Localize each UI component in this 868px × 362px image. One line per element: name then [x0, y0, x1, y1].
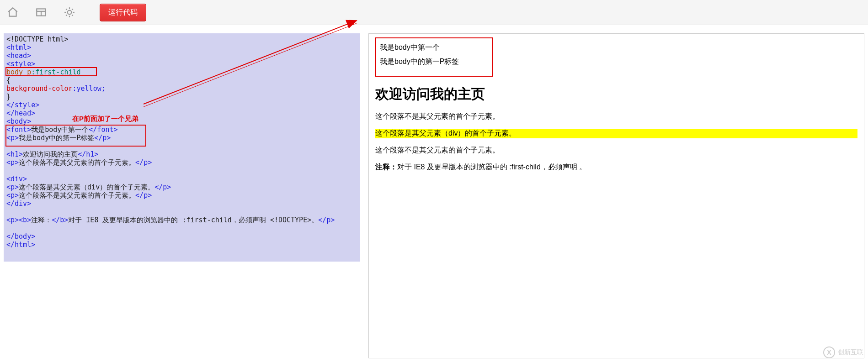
preview-pane: 我是body中第一个 我是body中的第一P标签 欢迎访问我的主页 这个段落不是…: [368, 33, 864, 358]
code-tag: </p>: [318, 216, 335, 224]
output-para-1: 这个段落不是其父元素的首个子元素。: [375, 112, 857, 121]
output-para-highlighted: 这个段落是其父元素（div）的首个子元素。: [375, 129, 857, 138]
output-note-label: 注释：: [375, 163, 397, 171]
code-pseudo: :first-child: [31, 68, 80, 76]
code-tag: <p>: [6, 134, 19, 142]
code-text: 这个段落是其父元素（div）的首个子元素。: [19, 183, 154, 191]
code-tag: <p>: [6, 191, 19, 199]
code-text: 注释：: [31, 216, 52, 224]
code-line: </html>: [6, 241, 35, 249]
code-tag: <p>: [6, 158, 19, 167]
code-text: 这个段落不是其父元素的首个子元素。: [19, 158, 135, 167]
watermark: X 创新互联: [823, 346, 863, 358]
code-text: 欢迎访问我的主页: [23, 150, 78, 158]
split-panes: <!DOCTYPE html> <html> <head> <style> bo…: [0, 25, 868, 362]
code-text: 这个段落不是其父元素的首个子元素。: [19, 191, 135, 199]
brightness-icon[interactable]: [62, 5, 77, 20]
code-line: </style>: [6, 101, 39, 109]
code-line: </head>: [6, 109, 35, 117]
code-tag: </b>: [52, 216, 68, 224]
home-icon[interactable]: [5, 5, 20, 20]
code-line: <!DOCTYPE html>: [6, 35, 68, 43]
code-tag: </p>: [94, 134, 111, 142]
code-val: :yellow;: [73, 84, 106, 93]
code-line: </div>: [6, 199, 31, 208]
code-line: {: [6, 76, 11, 84]
code-text: 我是body中第一个: [31, 126, 89, 134]
code-tag: <p>: [6, 183, 19, 191]
watermark-text: 创新互联: [838, 348, 863, 357]
code-text: 我是body中的第一P标签: [19, 134, 94, 142]
output-font-line: 我是body中第一个: [380, 43, 489, 52]
code-line: <html>: [6, 43, 31, 52]
toolbar: 运行代码: [0, 0, 868, 25]
code-pane: <!DOCTYPE html> <html> <head> <style> bo…: [4, 33, 360, 358]
code-line: }: [6, 93, 11, 101]
code-tag: </p>: [135, 158, 152, 167]
code-tag: </h1>: [78, 150, 98, 158]
annotation-box-output: 我是body中第一个 我是body中的第一P标签: [375, 37, 493, 77]
code-line: </body>: [6, 232, 35, 241]
output-note: 注释：对于 IE8 及更早版本的浏览器中的 :first-child，必须声明 …: [375, 163, 857, 172]
code-tag: </p>: [154, 183, 171, 191]
output-para-3: 这个段落不是其父元素的首个子元素。: [375, 146, 857, 155]
code-tag: </font>: [89, 126, 117, 134]
code-line: <body>: [6, 117, 31, 126]
run-code-button[interactable]: 运行代码: [100, 4, 146, 21]
code-text: 对于 IE8 及更早版本的浏览器中的 :first-child，必须声明 <!D…: [68, 216, 318, 224]
code-editor[interactable]: <!DOCTYPE html> <html> <head> <style> bo…: [4, 33, 360, 262]
output-heading: 欢迎访问我的主页: [375, 85, 857, 104]
code-tag: <h1>: [6, 150, 23, 158]
code-tag: </p>: [135, 191, 152, 199]
code-selector: body p: [6, 68, 31, 76]
preview-output: 我是body中第一个 我是body中的第一P标签 欢迎访问我的主页 这个段落不是…: [375, 37, 857, 172]
code-line: <div>: [6, 175, 27, 183]
code-line: <head>: [6, 52, 31, 60]
svg-point-3: [68, 10, 72, 15]
code-line: <style>: [6, 60, 35, 68]
output-first-p: 我是body中的第一P标签: [380, 57, 489, 67]
code-tag: <font>: [6, 126, 31, 134]
watermark-logo: X: [823, 346, 835, 358]
code-tag: <p><b>: [6, 216, 31, 224]
svg-line-11: [72, 9, 73, 10]
svg-line-10: [66, 15, 67, 16]
code-prop: background-color: [6, 84, 73, 93]
panels-icon[interactable]: [34, 5, 48, 20]
svg-line-9: [72, 15, 73, 16]
output-note-text: 对于 IE8 及更早版本的浏览器中的 :first-child，必须声明 。: [397, 163, 586, 171]
svg-line-8: [66, 9, 67, 10]
